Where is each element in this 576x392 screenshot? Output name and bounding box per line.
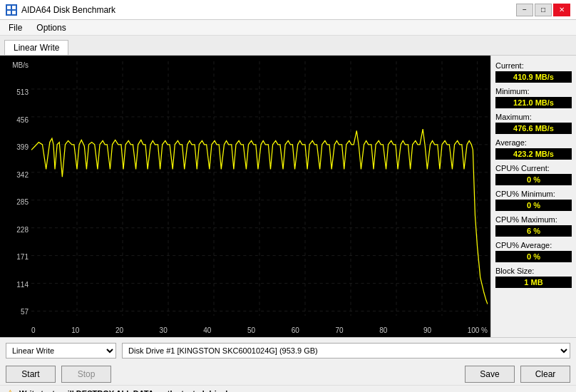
x-label-40: 40: [203, 326, 211, 334]
y-axis: MB/s 513 456 399 342 285 228 171 114 57: [0, 61, 31, 316]
stat-cpu-average: CPU% Average: 0 %: [495, 241, 572, 262]
start-button[interactable]: Start: [6, 366, 56, 383]
y-label-114: 114: [16, 281, 29, 289]
clear-button[interactable]: Clear: [520, 366, 570, 383]
stat-cpu-maximum: CPU% Maximum: 6 %: [495, 215, 572, 237]
stat-cpu-current-label: CPU% Current:: [495, 164, 572, 172]
y-label-399: 399: [16, 143, 29, 151]
x-label-100: 100 %: [468, 326, 488, 334]
maximize-button[interactable]: □: [535, 4, 552, 16]
drive-dropdown[interactable]: Disk Drive #1 [KINGSTON SKC6001024G] (95…: [122, 343, 570, 359]
warning-row: ⚠ Write tests will DESTROY ALL DATA on t…: [0, 385, 576, 392]
x-label-80: 80: [379, 326, 387, 334]
stat-current-label: Current:: [495, 61, 572, 70]
stat-average-label: Average:: [495, 138, 572, 147]
svg-rect-3: [12, 11, 16, 14]
stat-cpu-maximum-value: 6 %: [495, 225, 572, 237]
save-button[interactable]: Save: [465, 366, 515, 383]
stat-block-size: Block Size: 1 MB: [495, 267, 572, 288]
x-label-0: 0: [31, 326, 36, 334]
close-button[interactable]: ✕: [553, 4, 570, 16]
bottom-controls: Linear Write Disk Drive #1 [KINGSTON SKC…: [0, 337, 576, 391]
stat-cpu-current: CPU% Current: 0 %: [495, 164, 572, 185]
x-label-20: 20: [115, 326, 123, 334]
stat-average: Average: 423.2 MB/s: [495, 138, 572, 160]
y-label-228: 228: [16, 226, 29, 234]
main-content: MB/s 513 456 399 342 285 228 171 114 57 …: [0, 56, 576, 337]
warning-text: Write tests will DESTROY ALL DATA on the…: [19, 389, 228, 393]
stat-maximum-label: Maximum:: [495, 113, 572, 121]
y-label-456: 456: [16, 116, 29, 124]
app-icon: [6, 4, 17, 16]
stat-cpu-minimum: CPU% Minimum: 0 %: [495, 190, 572, 211]
stat-cpu-average-label: CPU% Average:: [495, 241, 572, 249]
controls-row1: Linear Write Disk Drive #1 [KINGSTON SKC…: [0, 338, 576, 363]
stat-cpu-average-value: 0 %: [495, 251, 572, 262]
controls-row2: Start Stop Save Clear: [0, 363, 576, 385]
tab-linear-write[interactable]: Linear Write: [4, 40, 68, 55]
y-label-513: 513: [16, 88, 29, 96]
x-label-70: 70: [335, 326, 343, 334]
window-title: AIDA64 Disk Benchmark: [21, 5, 115, 15]
stat-average-value: 423.2 MB/s: [495, 148, 572, 160]
y-label-57: 57: [21, 308, 29, 316]
x-label-10: 10: [71, 326, 79, 334]
minimize-button[interactable]: −: [516, 4, 533, 16]
x-label-90: 90: [423, 326, 431, 334]
stat-maximum: Maximum: 476.6 MB/s: [495, 113, 572, 134]
svg-rect-0: [7, 6, 11, 9]
title-bar: AIDA64 Disk Benchmark − □ ✕: [0, 0, 576, 20]
stop-button[interactable]: Stop: [61, 366, 111, 383]
x-label-30: 30: [160, 326, 168, 334]
menu-options[interactable]: Options: [31, 21, 71, 34]
x-axis: 0 10 20 30 40 50 60 70 80 90 100 %: [31, 326, 488, 334]
tab-bar: Linear Write: [0, 36, 576, 56]
x-label-50: 50: [247, 326, 255, 334]
stat-minimum-value: 121.0 MB/s: [495, 97, 572, 108]
menu-file[interactable]: File: [3, 21, 28, 34]
warning-icon: ⚠: [6, 388, 15, 393]
stat-cpu-current-value: 0 %: [495, 174, 572, 185]
chart-area: MB/s 513 456 399 342 285 228 171 114 57 …: [0, 56, 490, 337]
stat-minimum-label: Minimum:: [495, 87, 572, 96]
stat-cpu-maximum-label: CPU% Maximum:: [495, 215, 572, 224]
menu-bar: File Options: [0, 20, 576, 36]
y-label-171: 171: [16, 253, 29, 261]
y-label-285: 285: [16, 198, 29, 206]
stat-current-value: 410.9 MB/s: [495, 71, 572, 83]
test-dropdown[interactable]: Linear Write: [6, 343, 116, 359]
stat-current: Current: 410.9 MB/s: [495, 61, 572, 83]
y-label-mbps: MB/s: [12, 61, 29, 69]
x-label-60: 60: [292, 326, 299, 334]
stat-block-size-value: 1 MB: [495, 277, 572, 288]
stat-cpu-minimum-value: 0 %: [495, 200, 572, 211]
stat-minimum: Minimum: 121.0 MB/s: [495, 87, 572, 108]
y-label-342: 342: [16, 171, 29, 179]
chart-svg: [31, 61, 488, 316]
svg-rect-1: [12, 6, 16, 9]
stat-block-size-label: Block Size:: [495, 267, 572, 275]
stat-maximum-value: 476.6 MB/s: [495, 123, 572, 134]
svg-rect-2: [7, 11, 11, 14]
stats-panel: Current: 410.9 MB/s Minimum: 121.0 MB/s …: [490, 56, 576, 337]
stat-cpu-minimum-label: CPU% Minimum:: [495, 190, 572, 198]
